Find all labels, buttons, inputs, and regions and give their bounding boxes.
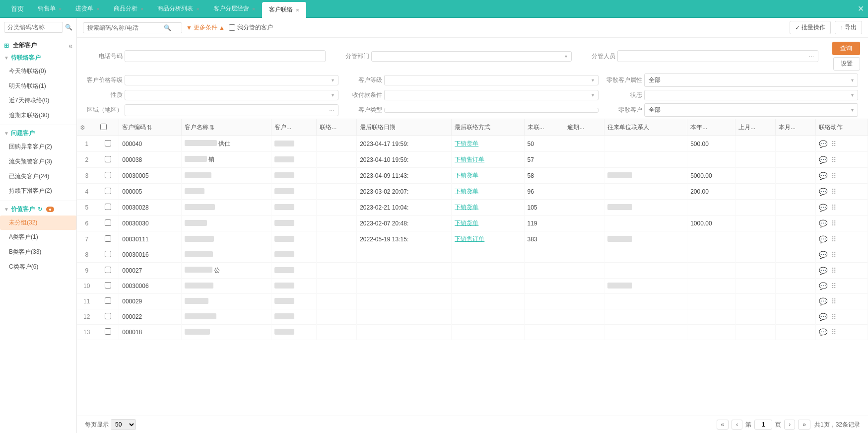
tab-product-analysis-close[interactable]: ×: [140, 6, 143, 12]
more-action-icon[interactable]: ⠿: [831, 267, 836, 275]
contact-action-icon[interactable]: 💬: [819, 235, 827, 243]
tab-product-analysis-list[interactable]: 商品分析列表 ×: [150, 0, 206, 18]
sidebar-item-declining[interactable]: 持续下滑客户(2): [0, 184, 76, 199]
more-action-icon[interactable]: ⠿: [831, 204, 836, 212]
th-settings[interactable]: ⚙: [77, 119, 97, 136]
first-page-button[interactable]: «: [717, 420, 729, 430]
cell-check[interactable]: [97, 200, 119, 216]
cell-check[interactable]: [97, 231, 119, 247]
row-checkbox[interactable]: [105, 219, 111, 226]
gender-select[interactable]: ▾: [125, 90, 338, 100]
row-checkbox[interactable]: [105, 282, 111, 289]
sort-name[interactable]: 客户名称 ⇅: [185, 123, 268, 132]
th-check[interactable]: [97, 119, 119, 136]
row-checkbox[interactable]: [105, 251, 111, 257]
sidebar-item-ungraded[interactable]: 未分组(32): [0, 216, 76, 230]
tab-customer-contact-close[interactable]: ×: [296, 7, 299, 13]
last-method-link[interactable]: 下销货单: [455, 204, 478, 211]
contact-action-icon[interactable]: 💬: [819, 156, 827, 164]
more-action-icon[interactable]: ⠿: [831, 235, 836, 243]
more-action-icon[interactable]: ⠿: [831, 188, 836, 196]
contact-action-icon[interactable]: 💬: [819, 140, 827, 148]
page-number-input[interactable]: [754, 420, 772, 430]
dept-select[interactable]: ▾: [371, 51, 572, 62]
manager-select[interactable]: ···: [617, 50, 818, 62]
page-size-select[interactable]: 50 20 100: [111, 419, 136, 430]
sidebar-item-abnormal[interactable]: 回购异常客户(2): [0, 140, 76, 154]
more-action-icon[interactable]: ⠿: [831, 297, 836, 305]
last-page-button[interactable]: »: [798, 420, 810, 430]
cell-check[interactable]: [97, 294, 119, 309]
row-checkbox[interactable]: [105, 156, 111, 162]
tab-product-analysis-list-close[interactable]: ×: [196, 6, 199, 12]
row-checkbox[interactable]: [105, 313, 111, 319]
settings-icon[interactable]: ⚙: [80, 124, 85, 131]
customer-level-select[interactable]: ▾: [384, 75, 598, 85]
window-close-icon[interactable]: ✕: [858, 4, 864, 13]
tab-customer-segment[interactable]: 客户分层经营 ×: [206, 0, 262, 18]
retail-attr-select[interactable]: 全部 ▾: [644, 73, 858, 87]
cell-check[interactable]: [97, 263, 119, 279]
tab-customer-contact[interactable]: 客户联络 ×: [262, 2, 306, 18]
tab-sales-close[interactable]: ×: [59, 6, 62, 12]
cell-check[interactable]: [97, 309, 119, 325]
contact-action-icon[interactable]: 💬: [819, 297, 827, 305]
last-method-link[interactable]: 下销货单: [455, 188, 478, 195]
more-action-icon[interactable]: ⠿: [831, 313, 836, 321]
sidebar-item-overdue[interactable]: 逾期未联络(30): [0, 108, 76, 123]
sidebar-item-tomorrow[interactable]: 明天待联络(1): [0, 79, 76, 94]
customer-type-select[interactable]: [384, 108, 598, 113]
batch-button[interactable]: ✓ 批量操作: [790, 21, 831, 34]
more-action-icon[interactable]: ⠿: [831, 140, 836, 148]
region-dots[interactable]: ···: [329, 107, 334, 114]
cell-check[interactable]: [97, 325, 119, 340]
contact-action-icon[interactable]: 💬: [819, 282, 827, 290]
cell-check[interactable]: [97, 152, 119, 168]
contact-action-icon[interactable]: 💬: [819, 204, 827, 212]
sidebar-item-churn-risk[interactable]: 流失预警客户(3): [0, 154, 76, 169]
sidebar-group-pending[interactable]: ▼ 待联络客户: [0, 52, 76, 64]
row-checkbox[interactable]: [105, 297, 111, 304]
region-select[interactable]: ···: [125, 104, 338, 116]
contact-action-icon[interactable]: 💬: [819, 172, 827, 180]
last-method-link[interactable]: 下销货单: [455, 140, 478, 147]
more-action-icon[interactable]: ⠿: [831, 156, 836, 164]
sidebar-search-icon[interactable]: 🔍: [65, 24, 72, 31]
tab-purchase[interactable]: 进货单 ×: [68, 0, 106, 18]
next-page-button[interactable]: ›: [784, 420, 795, 430]
status-select[interactable]: ▾: [644, 90, 858, 100]
more-action-icon[interactable]: ⠿: [831, 219, 836, 227]
more-action-icon[interactable]: ⠿: [831, 282, 836, 290]
sidebar-item-group-b[interactable]: B类客户(33): [0, 245, 76, 260]
sidebar-group-problem[interactable]: ▼ 问题客户: [0, 127, 76, 140]
tab-product-analysis[interactable]: 商品分析 ×: [107, 0, 150, 18]
last-method-link[interactable]: 下销货单: [455, 172, 478, 179]
more-action-icon[interactable]: ⠿: [831, 328, 836, 336]
phone-input[interactable]: [125, 50, 326, 62]
contact-action-icon[interactable]: 💬: [819, 313, 827, 321]
last-method-link[interactable]: 下销货单: [455, 219, 478, 226]
sidebar-item-today[interactable]: 今天待联络(0): [0, 64, 76, 79]
contact-action-icon[interactable]: 💬: [819, 328, 827, 336]
contact-action-icon[interactable]: 💬: [819, 188, 827, 196]
cell-check[interactable]: [97, 216, 119, 231]
tab-purchase-close[interactable]: ×: [96, 6, 99, 12]
export-button[interactable]: ↑ 导出: [835, 21, 862, 34]
row-checkbox[interactable]: [105, 267, 111, 273]
all-customers-header[interactable]: ⊞ 全部客户 «: [0, 37, 76, 52]
row-checkbox[interactable]: [105, 328, 111, 335]
my-customers-checkbox[interactable]: 我分管的客户: [229, 23, 273, 32]
row-checkbox[interactable]: [105, 204, 111, 210]
retail-customer-select[interactable]: 全部 ▾: [644, 103, 858, 117]
sidebar-item-7days[interactable]: 近7天待联络(0): [0, 93, 76, 108]
contact-action-icon[interactable]: 💬: [819, 267, 827, 275]
cell-check[interactable]: [97, 279, 119, 294]
sidebar-item-group-a[interactable]: A类客户(1): [0, 230, 76, 245]
more-action-icon[interactable]: ⠿: [831, 172, 836, 180]
price-level-select[interactable]: ▾: [125, 75, 338, 85]
cell-check[interactable]: [97, 184, 119, 200]
row-checkbox[interactable]: [105, 140, 111, 146]
my-customers-check[interactable]: [229, 24, 235, 31]
cell-check[interactable]: [97, 247, 119, 263]
more-action-icon[interactable]: ⠿: [831, 251, 836, 259]
